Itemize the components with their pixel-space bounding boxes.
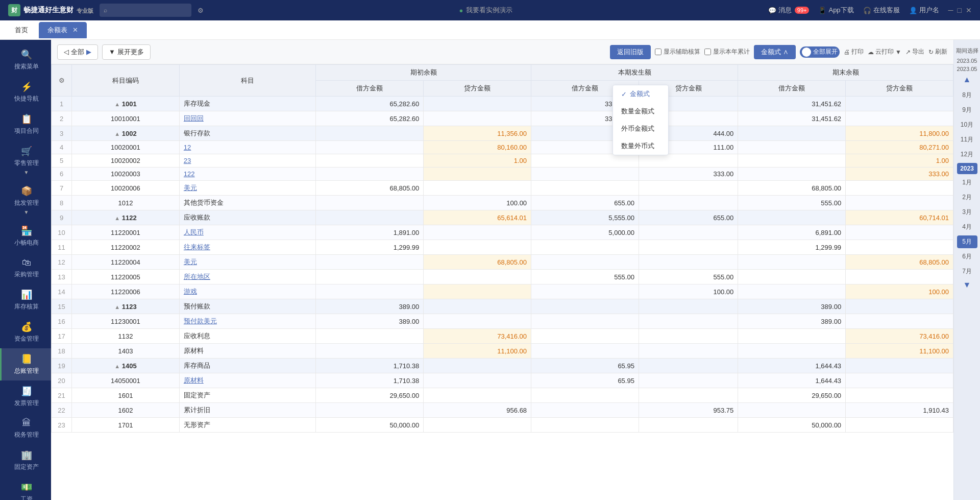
nav-up[interactable]: ▲ [963,73,971,86]
app-download-nav[interactable]: 📱 App下载 [818,6,853,15]
account-name-link[interactable]: 所在地区 [184,273,210,280]
row-name[interactable]: 预付款美元 [179,314,316,329]
row-name[interactable]: 122 [179,168,316,181]
account-name-link[interactable]: 预付款美元 [184,317,217,325]
sidebar-item-inventory[interactable]: 📊 库存核算 [0,284,51,316]
month-8[interactable]: 8月 [957,89,977,102]
row-name[interactable]: 美元 [179,255,316,270]
month-2[interactable]: 2月 [957,191,977,204]
row-name[interactable]: 所在地区 [179,270,316,284]
avatar-icon: 👤 [909,7,917,14]
search-breadcrumb[interactable]: ⌕ [100,4,191,17]
pe-credit [846,97,953,111]
sidebar-item-project[interactable]: 📋 项目合同 [0,108,51,140]
row-name[interactable]: 23 [179,154,316,168]
tab-balance[interactable]: 余额表 ✕ [39,22,87,38]
pe-debit: 555.00 [738,196,846,210]
row-name[interactable]: 人民币 [179,225,316,240]
month-6[interactable]: 6月 [957,250,977,263]
month-12[interactable]: 12月 [957,148,977,161]
account-name: 原材料 [184,347,204,354]
nav-down[interactable]: ▼ [963,278,971,292]
close-button[interactable]: ✕ [966,6,972,14]
month-3[interactable]: 3月 [957,206,977,219]
dropdown-item-quantity-jine[interactable]: 数量金额式 [613,103,668,120]
user-avatar[interactable]: 👤 用户名 [909,6,939,15]
month-1[interactable]: 1月 [957,176,977,189]
row-name[interactable]: 游戏 [179,284,316,299]
account-name-link[interactable]: 往来标签 [184,243,210,251]
minimize-button[interactable]: ─ [948,6,953,14]
auxiliary-checkbox-input[interactable] [655,49,662,55]
demo-button[interactable]: ● 我要看实例演示 [459,6,512,15]
tab-close-icon[interactable]: ✕ [72,26,78,34]
ledger-table-wrapper[interactable]: ⚙ 科目编码 科目 期初余额 本期发生额 期末余额 借方金额 贷方金额 借方金额 [51,64,953,500]
sidebar-item-invoice[interactable]: 🧾 发票管理 [0,380,51,413]
all-filter-button[interactable]: ◁ 全部 ▶ [57,44,98,60]
show-auxiliary-checkbox[interactable]: 显示辅助核算 [655,47,700,56]
settings-col-header[interactable]: ⚙ [52,65,72,97]
online-support-nav[interactable]: 🎧 在线客服 [863,6,900,15]
sidebar-item-retail[interactable]: 🛒 零售管理 ▼ [0,140,51,180]
table-row: 18 1403 原材料 11,100.00 11,100.00 [52,344,953,359]
month-11[interactable]: 11月 [957,133,977,146]
pe-debit [738,126,846,141]
row-name[interactable]: 12 [179,141,316,154]
sidebar-item-quicknav[interactable]: ⚡ 快捷导航 [0,76,51,108]
sidebar-item-funds[interactable]: 💰 资金管理 [0,316,51,348]
month-10[interactable]: 10月 [957,118,977,131]
name-col-header: 科目 [179,65,316,97]
account-name-link[interactable]: 12 [184,144,191,151]
account-name-link[interactable]: 回回回 [184,114,204,122]
account-name-link[interactable]: 122 [184,170,195,178]
row-name[interactable]: 美元 [179,181,316,196]
ytd-checkbox-input[interactable] [704,49,711,55]
expand-more-button[interactable]: ▼ 展开更多 [102,44,151,60]
row-name[interactable]: 回回回 [179,111,316,126]
sidebar-item-salary[interactable]: 💵 工资 [0,477,51,500]
sidebar-item-search[interactable]: 🔍 搜索菜单 [0,44,51,76]
table-row: 7 10020006 美元 68,805.00 68,805.00 [52,181,953,196]
maximize-button[interactable]: □ [958,6,962,14]
row-name[interactable]: 原材料 [179,373,316,388]
sidebar-item-purchase[interactable]: 🛍 采购管理 [0,252,51,284]
sidebar-item-ecommerce[interactable]: 🏪 小畅电商 [0,220,51,252]
sidebar-item-ledger[interactable]: 📒 总账管理 [0,348,51,380]
row-code: ▲ 1122 [72,210,180,225]
account-name-link[interactable]: 游戏 [184,288,197,295]
year-2023[interactable]: 2023 [957,163,977,174]
refresh-button[interactable]: ↻ 刷新 [928,47,947,56]
dropdown-item-quantity-foreign[interactable]: 数量外币式 [613,137,668,155]
row-name: 应收账款 [179,210,316,225]
dropdown-item-jine[interactable]: ✓ 金额式 [613,85,668,103]
sidebar-item-fixed-assets[interactable]: 🏢 固定资产 [0,444,51,477]
amount-style-button[interactable]: 金额式 ∧ [754,45,796,59]
row-code: 14050001 [72,373,180,388]
show-ytd-checkbox[interactable]: 显示本年累计 [704,47,750,56]
down-arrow-icon: ▼ [963,280,971,290]
account-name-link[interactable]: 原材料 [184,376,204,384]
settings-icon-top[interactable]: ⚙ [198,7,204,14]
account-name-link[interactable]: 人民币 [184,228,204,236]
cloud-print-button[interactable]: ☁ 云打印 ▼ [868,47,901,56]
messages-nav[interactable]: 💬 消息 99+ [768,6,810,15]
export-button[interactable]: ↗ 导出 [905,47,924,56]
table-settings-icon[interactable]: ⚙ [59,77,65,84]
month-7[interactable]: 7月 [957,265,977,278]
month-5[interactable]: 5月 [957,235,977,248]
return-old-button[interactable]: 返回旧版 [610,45,651,59]
print-button[interactable]: 🖨 打印 [844,47,864,56]
month-4[interactable]: 4月 [957,221,977,233]
account-name-link[interactable]: 美元 [184,258,197,266]
cd-debit: 65.95 [531,373,639,388]
account-name-link[interactable]: 23 [184,157,191,164]
account-name-link[interactable]: 美元 [184,184,197,192]
all-expand-toggle[interactable]: 全部展开 [800,46,840,58]
dropdown-item-foreign-jine[interactable]: 外币金额式 [613,120,668,137]
sidebar-item-tax[interactable]: 🏛 税务管理 [0,413,51,444]
tab-home[interactable]: 首页 [6,22,37,38]
row-name[interactable]: 往来标签 [179,240,316,255]
sidebar-item-wholesale[interactable]: 📦 批发管理 ▼ [0,180,51,220]
month-9[interactable]: 9月 [957,104,977,116]
row-number: 6 [52,168,72,181]
